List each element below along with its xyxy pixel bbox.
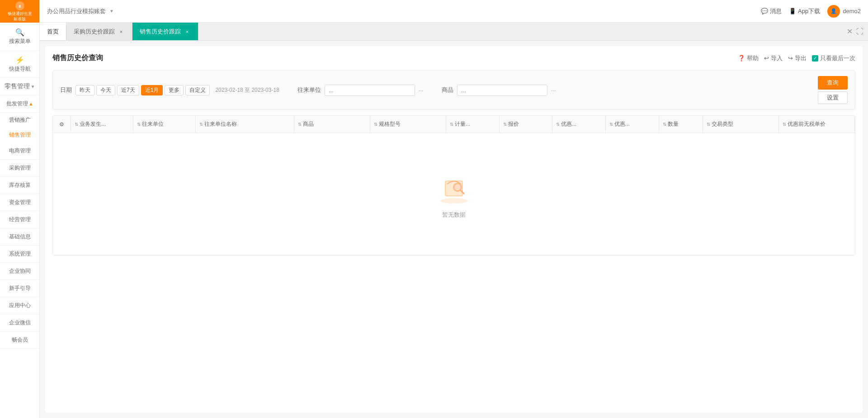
goods-input[interactable] — [457, 85, 547, 96]
week-btn[interactable]: 近7天 — [117, 85, 139, 95]
settings-btn[interactable]: 设置 — [818, 91, 848, 104]
th-unit-name[interactable]: ⇅ 往来单位名称 — [196, 116, 294, 133]
sidebar-item-appstore[interactable]: 应用中心 — [0, 297, 39, 314]
wechat-label: 企业微信 — [9, 319, 31, 326]
ecommerce-label: 电商管理 — [9, 147, 31, 154]
tab-sales-close-icon[interactable]: × — [184, 28, 191, 35]
message-btn[interactable]: 💬 消息 — [761, 7, 782, 15]
th-spec[interactable]: ⇅ 规格型号 — [370, 116, 446, 133]
goods-filter-label: 商品 — [442, 86, 453, 94]
goods-dots-btn[interactable]: ··· — [551, 87, 556, 94]
logo-icon: 6 — [13, 0, 27, 11]
th-spec-label: 规格型号 — [379, 120, 401, 128]
import-icon: ↩ — [764, 55, 769, 62]
th-settings[interactable]: ⚙ — [53, 117, 71, 132]
empty-state: 暂无数据 — [53, 133, 855, 255]
sort-qty-icon: ⇅ — [663, 122, 666, 127]
empty-illustration — [436, 169, 472, 205]
import-btn[interactable]: ↩ 导入 — [764, 54, 783, 62]
partner-filter-label: 往来单位 — [297, 86, 321, 94]
data-table: ⚙ ⇅ 业务发生... ⇅ 往来单位 ⇅ 往来单位名称 — [52, 115, 855, 256]
sidebar-item-ecommerce[interactable]: 电商管理 — [0, 142, 39, 160]
download-icon: 📱 — [789, 8, 796, 14]
workspace-dropdown-icon[interactable]: ▼ — [109, 9, 114, 14]
tab-purchase-history[interactable]: 采购历史价跟踪 × — [66, 23, 132, 40]
th-price[interactable]: ⇅ 报价 — [500, 116, 553, 133]
user-profile-btn[interactable]: 👤 demo2 — [827, 5, 861, 18]
sidebar-item-member[interactable]: 畅会员 — [0, 332, 39, 349]
date-filter-group: 日期 昨天 今天 近7天 近1月 更多 自定义 2023-02-18 至 202… — [60, 85, 279, 95]
tab-close-all-icon[interactable]: ✕ — [847, 27, 853, 36]
wholesale-expand-icon: ▲ — [29, 101, 33, 106]
tab-sales-history[interactable]: 销售历史价跟踪 × — [132, 23, 198, 40]
custom-btn[interactable]: 自定义 — [185, 85, 210, 95]
sidebar-item-wholesale[interactable]: 批发管理 ▲ — [0, 95, 39, 113]
th-price-label: 报价 — [508, 120, 519, 128]
sales-label: 销售管理 — [9, 132, 31, 138]
tabs-bar: 首页 采购历史价跟踪 × 销售历史价跟踪 × ✕ ⛶ — [40, 23, 868, 41]
appstore-label: 应用中心 — [9, 302, 31, 309]
sidebar-item-sales[interactable]: 销售管理 — [0, 128, 39, 142]
partner-dots-btn[interactable]: ··· — [419, 87, 424, 94]
sidebar-item-guide[interactable]: 新手引导 — [0, 280, 39, 297]
more-btn[interactable]: 更多 — [165, 85, 184, 95]
export-btn[interactable]: ↪ 导出 — [788, 54, 807, 62]
message-icon: 💬 — [761, 8, 768, 14]
sort-spec-icon: ⇅ — [374, 122, 377, 127]
partner-filter-group: 往来单位 ··· — [297, 85, 424, 96]
sidebar-item-enterprise[interactable]: 企业协同 — [0, 263, 39, 280]
th-discount1[interactable]: ⇅ 优惠... — [552, 116, 606, 133]
operations-label: 经营管理 — [9, 216, 31, 223]
today-btn[interactable]: 今天 — [96, 85, 115, 95]
sidebar-item-operations[interactable]: 经营管理 — [0, 211, 39, 228]
th-discount2-label: 优惠... — [614, 120, 630, 128]
sidebar-item-retail[interactable]: 零售管理 ▼ — [0, 78, 39, 95]
th-qty[interactable]: ⇅ 数量 — [659, 116, 703, 133]
sidebar-item-basic[interactable]: 基础信息 — [0, 228, 39, 246]
help-btn[interactable]: ❓ 帮助 — [738, 54, 759, 62]
only-last-label: 只看最后一次 — [820, 54, 855, 62]
month-btn[interactable]: 近1月 — [141, 85, 163, 95]
tab-fullscreen-icon[interactable]: ⛶ — [856, 28, 863, 36]
empty-text: 暂无数据 — [442, 211, 466, 219]
sidebar-item-purchase[interactable]: 采购管理 — [0, 160, 39, 177]
th-goods-label: 商品 — [303, 120, 314, 128]
app-logo: 6 畅捷通好生意 标准版 — [0, 0, 39, 23]
partner-input[interactable] — [325, 85, 415, 96]
tab-purchase-close-icon[interactable]: × — [118, 28, 125, 35]
th-qty-label: 数量 — [668, 120, 679, 128]
th-trade-type[interactable]: ⇅ 交易类型 — [703, 116, 779, 133]
sidebar-search[interactable]: 🔍 搜索菜单 — [0, 23, 39, 51]
sidebar-item-quick-nav[interactable]: ⚡ 快捷导航 — [0, 51, 39, 78]
sidebar-item-wechat[interactable]: 企业微信 — [0, 314, 39, 332]
th-date[interactable]: ⇅ 业务发生... — [71, 116, 133, 133]
sidebar-item-marketing[interactable]: 营销推广 — [0, 113, 39, 128]
th-goods[interactable]: ⇅ 商品 — [294, 116, 370, 133]
only-last-toggle[interactable]: ✓ 只看最后一次 — [812, 54, 855, 62]
date-filter-label: 日期 — [60, 86, 72, 94]
app-download-label: App下载 — [798, 7, 820, 15]
sidebar-item-system[interactable]: 系统管理 — [0, 246, 39, 263]
page-title: 销售历史价查询 — [52, 53, 103, 63]
app-name: 畅捷通好生意 — [8, 11, 32, 16]
tab-home[interactable]: 首页 — [40, 23, 66, 40]
sort-unit-code-icon: ⇅ — [137, 122, 141, 127]
sort-unit-icon: ⇅ — [450, 122, 453, 127]
yesterday-btn[interactable]: 昨天 — [75, 85, 94, 95]
filter-row: 日期 昨天 今天 近7天 近1月 更多 自定义 2023-02-18 至 202… — [60, 76, 848, 104]
th-unit-code[interactable]: ⇅ 往来单位 — [133, 116, 196, 133]
th-unit[interactable]: ⇅ 计量... — [446, 116, 500, 133]
page-header: 销售历史价查询 ❓ 帮助 ↩ 导入 ↪ 导出 ✓ — [52, 53, 855, 63]
enterprise-label: 企业协同 — [9, 268, 31, 274]
basic-label: 基础信息 — [9, 233, 31, 240]
query-btn[interactable]: 查询 — [818, 76, 848, 90]
page-actions: ❓ 帮助 ↩ 导入 ↪ 导出 ✓ 只看最后一次 — [738, 54, 855, 62]
tab-spacer — [198, 23, 842, 40]
th-no-tax-price[interactable]: ⇅ 优惠前无税单价 — [779, 116, 855, 133]
sidebar-item-inventory[interactable]: 库存核算 — [0, 177, 39, 194]
th-discount2[interactable]: ⇅ 优惠... — [606, 116, 659, 133]
app-download-btn[interactable]: 📱 App下载 — [789, 7, 820, 15]
page-container: 销售历史价查询 ❓ 帮助 ↩ 导入 ↪ 导出 ✓ — [45, 46, 863, 413]
sidebar-item-finance[interactable]: 资金管理 — [0, 194, 39, 211]
svg-point-6 — [454, 184, 461, 190]
